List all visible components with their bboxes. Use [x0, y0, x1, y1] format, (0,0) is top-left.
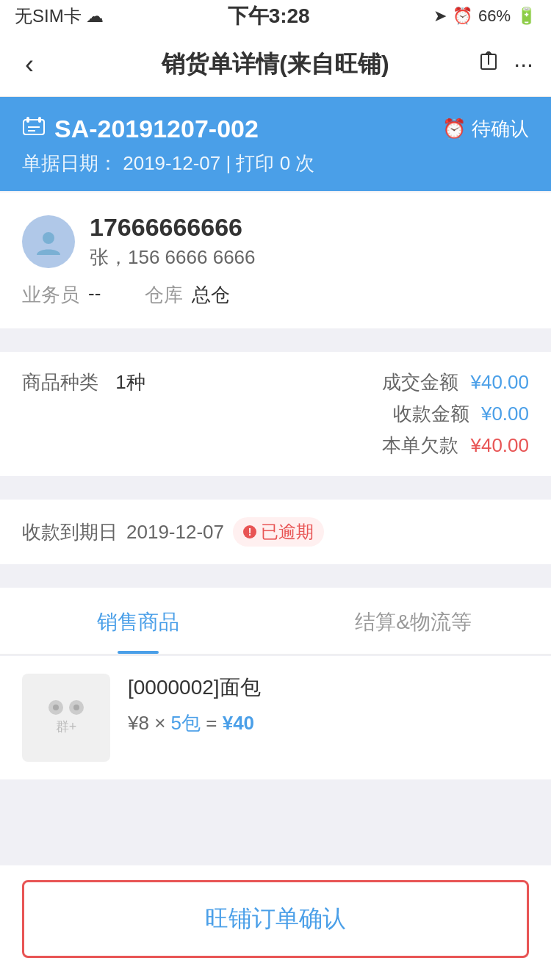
owed-value: ¥40.00	[470, 434, 529, 457]
overdue-badge: ! 已逾期	[233, 517, 324, 547]
summary-section: 商品种类 1种 成交金额 ¥40.00 收款金额 ¥0.00 本单欠款 ¥40.…	[0, 352, 551, 476]
sales-meta: 业务员 --	[22, 282, 101, 308]
overdue-text: 已逾期	[261, 520, 314, 544]
summary-amounts: 成交金额 ¥40.00 收款金额 ¥0.00 本单欠款 ¥40.00	[382, 370, 529, 458]
warehouse-value: 总仓	[192, 282, 230, 308]
product-price: ¥8 × 5包 = ¥40	[128, 710, 529, 736]
tab-products[interactable]: 销售商品	[0, 588, 276, 654]
location-icon: ➤	[433, 7, 447, 26]
tab-settlement[interactable]: 结算&物流等	[276, 588, 551, 654]
status-bar: 无SIM卡 ☁ 下午3:28 ➤ ⏰ 66% 🔋	[0, 0, 551, 32]
warehouse-label: 仓库	[145, 282, 183, 308]
sim-status: 无SIM卡 ☁	[15, 4, 104, 28]
order-date: 单据日期： 2019-12-07 | 打印 0 次	[22, 151, 529, 176]
received-label: 收款金额	[393, 401, 469, 427]
confirm-btn-wrap: 旺铺订单确认	[0, 865, 551, 980]
more-button[interactable]: ···	[514, 51, 533, 78]
order-number-text: SA-20191207-002	[54, 115, 259, 143]
svg-rect-3	[26, 117, 29, 123]
price-unit: ¥8	[128, 712, 149, 734]
nav-right-actions: ···	[478, 51, 533, 78]
status-text: 待确认	[472, 116, 529, 142]
page-title: 销货单详情(来自旺铺)	[162, 48, 389, 81]
status-time: 下午3:28	[228, 2, 310, 30]
owl-eyes	[48, 700, 84, 715]
due-date-section: 收款到期日 2019-12-07 ! 已逾期	[0, 500, 551, 564]
status-right: ➤ ⏰ 66% 🔋	[433, 7, 536, 26]
due-date-value: 2019-12-07	[126, 521, 224, 544]
order-icon	[22, 115, 46, 143]
received-row: 收款金额 ¥0.00	[393, 401, 529, 427]
svg-point-7	[43, 232, 54, 244]
divider-1	[0, 340, 551, 352]
owl-label: 群+	[56, 718, 77, 735]
customer-avatar	[22, 215, 75, 268]
price-total: ¥40	[223, 712, 254, 734]
customer-phone: 17666666666	[90, 213, 256, 242]
divider-3	[0, 576, 551, 588]
battery-level: 66%	[478, 7, 511, 26]
owl-eye-left	[48, 700, 63, 715]
goods-type-label: 商品种类	[22, 371, 98, 393]
nav-bar: ‹ 销货单详情(来自旺铺) ···	[0, 32, 551, 97]
goods-type-item: 商品种类 1种	[22, 370, 145, 395]
warehouse-meta: 仓库 总仓	[145, 282, 230, 308]
divider-2	[0, 488, 551, 500]
svg-rect-4	[38, 117, 41, 123]
alarm-icon: ⏰	[453, 7, 472, 26]
amount-label: 成交金额	[382, 370, 458, 395]
owed-label: 本单欠款	[382, 433, 458, 458]
battery-icon: 🔋	[516, 7, 536, 26]
status-left: 无SIM卡 ☁	[15, 4, 104, 28]
price-multiply: ×	[154, 712, 170, 734]
confirm-order-button[interactable]: 旺铺订单确认	[22, 880, 529, 958]
owed-row: 本单欠款 ¥40.00	[382, 433, 529, 458]
product-owl-logo: 群+	[22, 674, 110, 762]
sales-value: --	[88, 282, 101, 308]
order-header-card: SA-20191207-002 ⏰ 待确认 单据日期： 2019-12-07 |…	[0, 97, 551, 191]
customer-section: 17666666666 张，156 6666 6666 业务员 -- 仓库 总仓	[0, 192, 551, 328]
tabs-section: 销售商品 结算&物流等	[0, 588, 551, 655]
customer-name-info: 张，156 6666 6666	[90, 245, 256, 270]
owl-eye-right	[69, 700, 84, 715]
products-section: 群+ [0000002]面包 ¥8 × 5包 = ¥40	[0, 656, 551, 779]
product-name: [0000002]面包	[128, 674, 529, 702]
status-clock-icon: ⏰	[442, 118, 466, 140]
overdue-icon: !	[243, 525, 256, 538]
price-equals: =	[206, 712, 222, 734]
share-button[interactable]	[478, 51, 499, 78]
due-date-label: 收款到期日	[22, 519, 118, 545]
received-value: ¥0.00	[481, 403, 529, 425]
product-image: 群+	[22, 674, 110, 762]
order-number: SA-20191207-002	[22, 115, 259, 143]
goods-type-value: 1种	[115, 371, 145, 393]
price-quantity: 5包	[171, 712, 201, 734]
product-item: 群+ [0000002]面包 ¥8 × 5包 = ¥40	[22, 674, 529, 762]
amount-value: ¥40.00	[470, 371, 529, 394]
order-status-badge: ⏰ 待确认	[442, 116, 529, 142]
sales-label: 业务员	[22, 282, 79, 308]
amount-row: 成交金额 ¥40.00	[382, 370, 529, 395]
back-button[interactable]: ‹	[18, 42, 41, 87]
product-info: [0000002]面包 ¥8 × 5包 = ¥40	[128, 674, 529, 736]
